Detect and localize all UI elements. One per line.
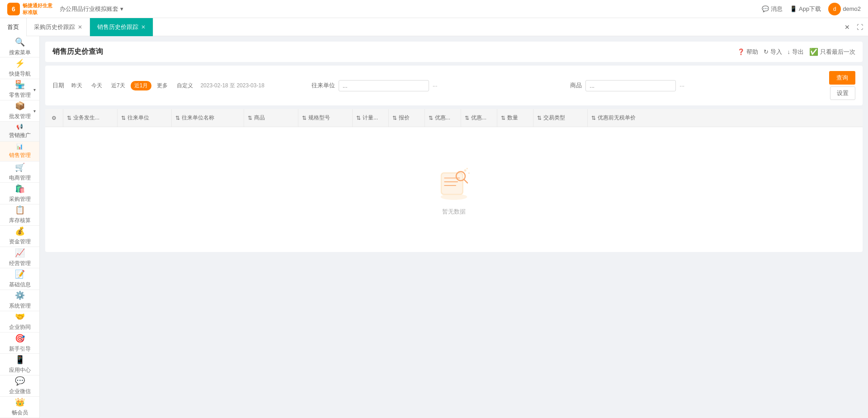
- message-icon: 💬: [762, 5, 769, 12]
- help-button[interactable]: ❓ 帮助: [737, 48, 758, 56]
- logo-text: 畅捷通好生意 标准版: [23, 2, 52, 15]
- sidebar-item-label: 销售管理: [9, 152, 31, 159]
- filter-row-date: 日期 昨天 今天 近7天 近1月 更多 自定义 2023-02-18 至 202…: [52, 81, 306, 90]
- user-avatar-button[interactable]: d demo2: [828, 3, 861, 15]
- tab-sales-label: 销售历史价跟踪: [97, 23, 138, 31]
- sidebar-item-enterprise[interactable]: 🤝 企业协同: [0, 311, 39, 332]
- date-btn-today[interactable]: 今天: [88, 81, 106, 90]
- enterprise-icon: 🤝: [15, 312, 25, 322]
- finance-icon: 💰: [15, 226, 25, 236]
- th-quote[interactable]: ⇅ 报价: [389, 109, 425, 127]
- date-btn-yesterday[interactable]: 昨天: [68, 81, 86, 90]
- sidebar-item-basic-info[interactable]: 📝 基础信息: [0, 268, 39, 290]
- th-trade-type[interactable]: ⇅ 交易类型: [533, 109, 588, 127]
- tab-sales-close[interactable]: ✕: [141, 24, 146, 30]
- sidebar-item-wechat[interactable]: 💬 企业微信: [0, 375, 39, 397]
- app-download-button[interactable]: 📱 App下载: [790, 5, 821, 13]
- date-label: 日期: [52, 81, 64, 90]
- th-goods[interactable]: ⇅ 商品: [244, 109, 298, 127]
- partner-label: 往来单位: [311, 81, 335, 90]
- filter-row-goods: 商品 ···: [570, 80, 824, 91]
- date-btn-custom[interactable]: 自定义: [173, 81, 197, 90]
- import-button[interactable]: ↻ 导入: [764, 48, 782, 56]
- date-btn-1month[interactable]: 近1月: [131, 81, 152, 90]
- sidebar-sub-marketing: 📢 营销推广 📊 销售管理: [0, 122, 39, 162]
- sidebar-item-guide[interactable]: 🎯 新手引导: [0, 332, 39, 354]
- quick-nav-icon: ⚡: [15, 58, 25, 68]
- operations-icon: 📈: [15, 248, 25, 258]
- sort-icon: ⇅: [392, 115, 397, 121]
- date-btn-more[interactable]: 更多: [153, 81, 171, 90]
- goods-more-icon[interactable]: ···: [679, 82, 684, 89]
- import-icon: ↻: [764, 48, 769, 55]
- sidebar-item-label: 应用中心: [9, 366, 31, 374]
- wechat-icon: 💬: [15, 376, 25, 386]
- sidebar-item-ecommerce[interactable]: 🛒 电商管理: [0, 162, 39, 183]
- table-header: ⚙ ⇅ 业务发生... ⇅ 往来单位 ⇅ 往来单位名称: [45, 109, 863, 127]
- filter-row-partner: 往来单位 ···: [311, 80, 565, 91]
- query-button[interactable]: 查询: [829, 71, 855, 85]
- marketing-icon: 📢: [16, 124, 23, 130]
- tab-close-button[interactable]: ✕: [843, 23, 852, 32]
- sort-icon: ⇅: [302, 115, 307, 121]
- sidebar-item-finance[interactable]: 💰 资金管理: [0, 226, 39, 247]
- sidebar-item-system[interactable]: ⚙️ 系统管理: [0, 290, 39, 311]
- tab-home[interactable]: 首页: [0, 18, 27, 36]
- goods-input[interactable]: [585, 80, 676, 91]
- partner-more-icon[interactable]: ···: [433, 82, 438, 89]
- page-header: 销售历史价查询 ❓ 帮助 ↻ 导入 ↓ 导出 ✅: [45, 42, 863, 62]
- th-partner-code[interactable]: ⇅ 往来单位: [118, 109, 172, 127]
- top-header: 6 畅捷通好生意 标准版 办公用品行业模拟账套 ▾ 💬 消息 📱 App下载 d…: [0, 0, 868, 18]
- logo-area: 6 畅捷通好生意 标准版: [7, 2, 52, 15]
- th-discount1[interactable]: ⇅ 优惠...: [425, 109, 461, 127]
- sidebar-item-search-menu[interactable]: 🔍 搜索菜单: [0, 36, 39, 57]
- sidebar-item-wholesale[interactable]: 📦 批发管理: [0, 100, 39, 122]
- th-partner-name[interactable]: ⇅ 往来单位名称: [172, 109, 244, 127]
- sidebar: 🔍 搜索菜单 ⚡ 快捷导航 🏪 零售管理 📦 批发管理 📢 营销推广 📊 销售管…: [0, 36, 40, 418]
- sort-icon: ⇅: [67, 115, 71, 121]
- sidebar-item-inventory[interactable]: 📋 库存核算: [0, 204, 39, 226]
- tab-purchase[interactable]: 采购历史价跟踪 ✕: [27, 18, 90, 36]
- sort-icon: ⇅: [537, 115, 542, 121]
- logo-icon: 6: [7, 3, 20, 15]
- tab-maximize-button[interactable]: ⛶: [855, 23, 864, 32]
- wholesale-icon: 📦: [15, 101, 25, 111]
- date-range: 2023-02-18 至 2023-03-18: [200, 82, 264, 90]
- sort-icon: ⇅: [465, 115, 469, 121]
- sort-icon: ⇅: [356, 115, 361, 121]
- export-button[interactable]: ↓ 导出: [788, 48, 804, 56]
- sidebar-item-operations[interactable]: 📈 经营管理: [0, 247, 39, 268]
- settings-button[interactable]: 设置: [830, 86, 855, 100]
- tab-purchase-close[interactable]: ✕: [78, 24, 82, 30]
- sidebar-item-label: 企业协同: [9, 323, 31, 331]
- sidebar-item-label: 系统管理: [9, 302, 31, 310]
- sidebar-item-marketing[interactable]: 📢 营销推广: [0, 122, 39, 142]
- message-button[interactable]: 💬 消息: [762, 5, 783, 13]
- th-biz-date[interactable]: ⇅ 业务发生...: [63, 109, 118, 127]
- date-filters: 昨天 今天 近7天 近1月 更多 自定义: [68, 81, 197, 90]
- sidebar-item-retail[interactable]: 🏪 零售管理: [0, 79, 39, 100]
- no-data-illustration: [431, 163, 476, 204]
- sidebar-item-purchase-mgmt[interactable]: 🛍️ 采购管理: [0, 183, 39, 204]
- system-icon: ⚙️: [15, 290, 25, 300]
- date-btn-7days[interactable]: 近7天: [108, 81, 129, 90]
- th-spec[interactable]: ⇅ 规格型号: [298, 109, 353, 127]
- th-settings[interactable]: ⚙: [45, 109, 63, 127]
- th-pre-tax[interactable]: ⇅ 优惠前无税单价: [588, 109, 863, 127]
- sidebar-item-vip[interactable]: 👑 畅会员: [0, 397, 39, 418]
- sidebar-item-quick-nav[interactable]: ⚡ 快捷导航: [0, 57, 39, 79]
- sidebar-item-sales-mgmt[interactable]: 📊 销售管理: [0, 142, 39, 162]
- sidebar-item-app-center[interactable]: 📱 应用中心: [0, 354, 39, 375]
- last-only-checkbox[interactable]: ✅ 只看最后一次: [809, 48, 855, 56]
- sidebar-item-label: 资金管理: [9, 238, 31, 246]
- sidebar-item-label: 新手引导: [9, 345, 31, 353]
- app-selector[interactable]: 办公用品行业模拟账套 ▾: [56, 5, 127, 13]
- th-discount2[interactable]: ⇅ 优惠...: [461, 109, 497, 127]
- tab-sales[interactable]: 销售历史价跟踪 ✕: [90, 18, 153, 36]
- empty-text: 暂无数据: [442, 208, 466, 216]
- sort-icon: ⇅: [429, 115, 433, 121]
- th-quantity[interactable]: ⇅ 数量: [497, 109, 533, 127]
- th-unit[interactable]: ⇅ 计量...: [353, 109, 389, 127]
- svg-point-10: [467, 168, 468, 169]
- partner-input[interactable]: [339, 80, 429, 91]
